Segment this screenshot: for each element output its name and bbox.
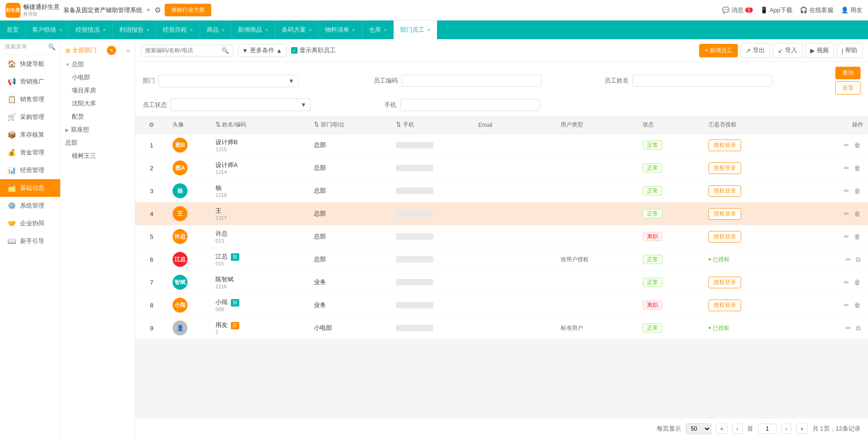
user-button[interactable]: 👤 用友 (841, 6, 862, 14)
set-button[interactable]: 设置 (835, 81, 861, 95)
sidebar-item-operation[interactable]: 📊 经营管理 (0, 161, 60, 179)
edit-icon[interactable]: ✏ (844, 210, 849, 217)
message-button[interactable]: 💬 消息 5 (722, 6, 753, 14)
edit-icon[interactable]: ✏ (844, 301, 849, 309)
sys-title-chevron-icon[interactable]: ▼ (146, 7, 151, 13)
filter-dept-select[interactable]: ▼ (159, 75, 299, 87)
copy-icon[interactable]: ⧉ (856, 256, 861, 263)
sort-icon[interactable]: ⇅ (396, 121, 401, 128)
filter-empname-input[interactable] (632, 75, 772, 87)
delete-icon[interactable]: 🗑 (854, 301, 861, 309)
tab-close-icon[interactable]: × (384, 27, 387, 33)
sidebar-item-collab[interactable]: 🤝 企业协同 (0, 215, 60, 232)
dept-item-zongbu[interactable]: 总部 (61, 136, 135, 149)
export-button[interactable]: ↗ 导出 (741, 43, 770, 58)
tab-close-icon[interactable]: × (352, 27, 355, 33)
sidebar-item-quicknav[interactable]: 🏠 快捷导航 (0, 55, 60, 73)
page-number-input[interactable] (758, 424, 777, 434)
delete-icon[interactable]: 🗑 (854, 187, 861, 195)
query-button[interactable]: 查询 (835, 67, 861, 79)
show-resigned-checkbox[interactable]: ✓ 显示离职员工 (291, 46, 336, 55)
sidebar-item-sales[interactable]: 📋 销售管理 (0, 91, 60, 108)
online-service-button[interactable]: 🎧 在线客服 (800, 6, 833, 14)
add-employee-button[interactable]: + 新增员工 (699, 44, 737, 57)
edit-icon[interactable]: ✏ (846, 324, 851, 332)
tab-close-icon[interactable]: × (222, 27, 224, 33)
dept-item-xiaodian[interactable]: 小电部 (61, 71, 135, 84)
auth-button[interactable]: 授权登录 (708, 185, 741, 197)
tab-department[interactable]: 部门员工× (394, 21, 437, 39)
auth-button[interactable]: 授权登录 (708, 300, 741, 311)
dept-item-zhishu[interactable]: 植树王三 (61, 149, 135, 162)
tab-close-icon[interactable]: × (59, 27, 62, 33)
sidebar-item-finance[interactable]: 💰 资金管理 (0, 144, 60, 161)
filter-empcode-input[interactable] (402, 75, 542, 87)
delete-icon[interactable]: 🗑 (854, 164, 861, 172)
edit-icon[interactable]: ✏ (844, 279, 849, 286)
tab-close-icon[interactable]: × (103, 27, 105, 33)
auth-button[interactable]: 授权登录 (708, 208, 741, 220)
tab-customer[interactable]: 客户联络× (26, 21, 69, 39)
delete-icon[interactable]: 🗑 (854, 279, 861, 286)
copy-icon[interactable]: ⧉ (856, 324, 861, 332)
first-page-button[interactable]: « (716, 424, 728, 434)
sort-icon[interactable]: ⇅ (314, 121, 319, 128)
tab-goods[interactable]: 商品× (200, 21, 231, 39)
dept-item-headquarters[interactable]: ▼ 总部 (61, 58, 135, 71)
dept-item-shuangzuo[interactable]: ▶ 双座想 (61, 123, 135, 136)
tab-close-icon[interactable]: × (427, 27, 430, 33)
prev-page-button[interactable]: ‹ (732, 424, 743, 434)
tab-warehouse[interactable]: 仓库× (362, 21, 394, 39)
edit-icon[interactable]: ✏ (846, 256, 851, 263)
sidebar-item-inventory[interactable]: 📦 库存核算 (0, 126, 60, 144)
dept-edit-icon[interactable]: ✎ (107, 46, 116, 55)
auth-button[interactable]: 授权登录 (708, 277, 741, 288)
edit-icon[interactable]: ✏ (844, 164, 849, 172)
settings-icon[interactable]: ⚙ (149, 121, 154, 128)
edit-icon[interactable]: ✏ (844, 233, 849, 240)
tab-close-icon[interactable]: × (309, 27, 312, 33)
help-button[interactable]: | 帮助 (837, 43, 862, 58)
sidebar-item-system[interactable]: ⚙️ 系统管理 (0, 197, 60, 215)
auth-button[interactable]: 授权登录 (708, 162, 741, 174)
tab-close-icon[interactable]: × (146, 27, 149, 33)
edit-icon[interactable]: ✏ (844, 187, 849, 195)
search-input[interactable] (145, 47, 220, 54)
delete-icon[interactable]: 🗑 (854, 233, 861, 240)
filter-status-select[interactable]: ▼ (171, 98, 311, 111)
tab-home[interactable]: 首页 (0, 21, 26, 39)
tab-profit[interactable]: 利润报告× (113, 21, 156, 39)
settings-icon[interactable]: ⚙ (154, 6, 161, 14)
sidebar-search[interactable]: 搜索菜单 🔍 (0, 39, 60, 55)
sidebar-item-marketing[interactable]: 📢 营销推广 (0, 73, 60, 91)
tab-close-icon[interactable]: × (190, 27, 193, 33)
import-button[interactable]: ↙ 导入 (773, 43, 802, 58)
edit-icon[interactable]: ✏ (844, 141, 849, 149)
auth-button[interactable]: 授权登录 (708, 231, 741, 243)
dept-item-project[interactable]: 项目库房 (61, 84, 135, 97)
app-download-button[interactable]: 📱 App下载 (760, 6, 792, 14)
search-box[interactable]: 🔍 (141, 45, 233, 56)
sort-icon[interactable]: ⇅ (215, 121, 221, 128)
view-button[interactable]: ▶ 视频 (805, 43, 834, 58)
dept-item-shenyang[interactable]: 沈阳大库 (61, 97, 135, 110)
experience-button[interactable]: 体验行业方案 (165, 4, 211, 16)
sidebar-item-guide[interactable]: 📖 新手引导 (0, 232, 60, 250)
auth-button[interactable]: 授权登录 (708, 139, 741, 151)
tab-add-goods[interactable]: 新增商品× (231, 21, 275, 39)
tab-barcode[interactable]: 条码方案× (275, 21, 319, 39)
sidebar-item-basic[interactable]: 🗂️ 基础信息 (0, 179, 60, 197)
tab-bom[interactable]: 物料清单× (319, 21, 362, 39)
last-page-button[interactable]: » (796, 424, 808, 434)
delete-icon[interactable]: 🗑 (854, 141, 861, 149)
tab-close-icon[interactable]: × (265, 27, 268, 33)
dept-item-peihuo[interactable]: 配货 (61, 110, 135, 123)
per-page-select[interactable]: 50 20 100 (686, 423, 711, 434)
next-page-button[interactable]: › (781, 424, 792, 434)
more-conditions-button[interactable]: ▼ 更多条件 ▲ (238, 44, 286, 57)
tab-operation[interactable]: 经营情况× (69, 21, 112, 39)
filter-phone-input[interactable] (400, 99, 540, 111)
sidebar-item-purchase[interactable]: 🛒 采购管理 (0, 108, 60, 126)
delete-icon[interactable]: 🗑 (854, 210, 861, 217)
tab-history[interactable]: 经营历程× (156, 21, 200, 39)
